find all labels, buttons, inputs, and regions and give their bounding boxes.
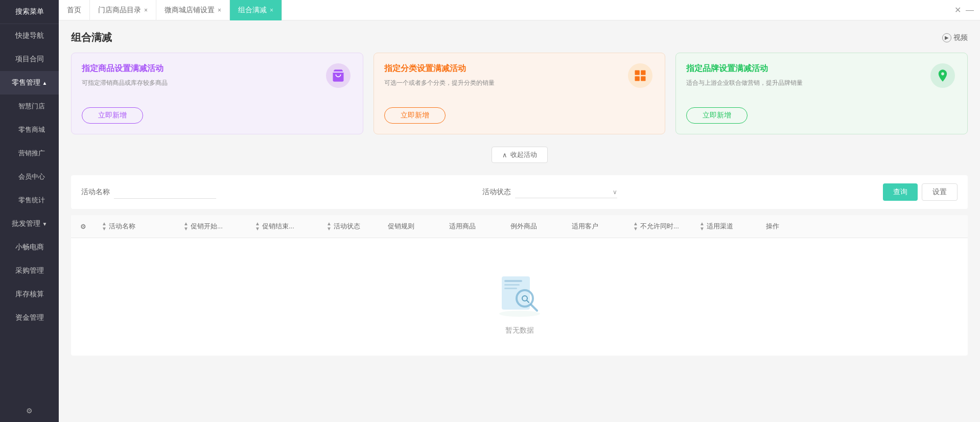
svg-rect-4: [641, 76, 646, 81]
sidebar-item-wholesale-mgmt[interactable]: 批发管理 ▼: [0, 212, 59, 236]
settings-icon-bottom[interactable]: ⚙: [0, 400, 59, 422]
svg-rect-8: [504, 284, 520, 286]
empty-text: 暂无数据: [505, 326, 534, 335]
sidebar-item-marketing[interactable]: 营销推广: [0, 142, 59, 165]
activity-card-category: 指定分类设置满减活动 可选一个或者多个分类，提升分类的销量 立即新增: [374, 53, 666, 134]
th-activity-name[interactable]: ▲▼ 活动名称: [96, 221, 177, 231]
collapse-bar: ∧ 收起活动: [71, 143, 968, 167]
sidebar-item-retail-mall[interactable]: 零售商城: [0, 118, 59, 142]
sidebar-item-smart-store[interactable]: 智慧门店: [0, 95, 59, 118]
card-brand-title: 指定品牌设置满减活动: [686, 63, 957, 74]
svg-rect-2: [641, 71, 646, 75]
empty-illustration: [489, 269, 550, 320]
sort-icon: ▲▼: [255, 221, 260, 231]
tab-home[interactable]: 首页: [59, 0, 90, 20]
collapse-button[interactable]: ∧ 收起活动: [492, 147, 548, 163]
close-icon-combo-discount[interactable]: ×: [270, 7, 273, 14]
tabbar: 首页 门店商品目录 × 微商城店铺设置 × 组合满减 × ✕ —: [59, 0, 980, 20]
svg-line-12: [531, 304, 537, 311]
close-icon-store-catalog[interactable]: ×: [144, 7, 148, 14]
chevron-down-icon: ▼: [42, 221, 48, 227]
sidebar-item-retail-stats[interactable]: 零售统计: [0, 189, 59, 212]
card-product-title: 指定商品设置满减活动: [82, 63, 353, 74]
svg-rect-3: [635, 76, 640, 81]
svg-rect-9: [504, 288, 517, 289]
th-no-allow-concurrent[interactable]: ▲▼ 不允许同时...: [627, 221, 693, 231]
sort-icon: ▲▼: [102, 221, 107, 231]
card-product-add-button[interactable]: 立即新增: [82, 107, 143, 124]
card-product-desc: 可指定滞销商品或库存较多商品: [82, 78, 353, 88]
card-brand-add-button[interactable]: 立即新增: [686, 107, 748, 124]
close-icon-wechat-store-settings[interactable]: ×: [218, 7, 221, 14]
th-applicable-channel[interactable]: ▲▼ 适用渠道: [693, 221, 760, 231]
th-applicable-customer: 适用客户: [566, 222, 627, 231]
tab-wechat-store-settings[interactable]: 微商城店铺设置 ×: [156, 0, 230, 20]
search-field-activity-name: 活动名称: [81, 186, 474, 199]
card-category-icon: [628, 63, 652, 88]
th-promo-rule: 促销规则: [382, 222, 443, 231]
sidebar-item-member-center[interactable]: 会员中心: [0, 165, 59, 189]
sort-icon: ▲▼: [699, 221, 705, 231]
sidebar-item-purchase-mgmt[interactable]: 采购管理: [0, 259, 59, 283]
sidebar-item-funds-mgmt[interactable]: 资金管理: [0, 306, 59, 330]
window-close-button[interactable]: ✕: [953, 6, 962, 14]
activity-name-label: 活动名称: [81, 187, 110, 197]
card-category-add-button[interactable]: 立即新增: [384, 107, 446, 124]
sidebar-item-project-contract[interactable]: 项目合同: [0, 48, 59, 71]
activity-card-brand: 指定品牌设置满减活动 适合与上游企业联合做营销，提升品牌销量 立即新增: [675, 53, 968, 134]
tab-store-catalog[interactable]: 门店商品目录 ×: [90, 0, 156, 20]
sidebar-item-retail-mgmt[interactable]: 零售管理 ▲: [0, 71, 59, 95]
activity-status-select[interactable]: ∨: [515, 186, 617, 198]
play-icon: ▶: [942, 33, 951, 42]
page-title: 组合满减: [71, 31, 112, 44]
page-header: 组合满减 ▶ 视频: [71, 31, 968, 44]
data-table: ⚙ ▲▼ 活动名称 ▲▼ 促销开始... ▲▼ 促销结束... ▲▼ 活动状态: [71, 215, 968, 356]
search-actions: 查询 设置: [883, 183, 958, 201]
sidebar-search[interactable]: 搜索菜单: [0, 0, 59, 24]
sort-icon: ▲▼: [326, 221, 332, 231]
svg-rect-1: [635, 71, 640, 75]
window-minimize-button[interactable]: —: [966, 6, 974, 14]
th-activity-status[interactable]: ▲▼ 活动状态: [320, 221, 382, 231]
svg-point-5: [499, 311, 540, 317]
settings-icon: ⚙: [80, 223, 86, 230]
window-controls: ✕ —: [947, 6, 980, 14]
video-link[interactable]: ▶ 视频: [942, 33, 968, 42]
th-action: 操作: [760, 222, 968, 231]
sort-icon: ▲▼: [183, 221, 189, 231]
card-product-icon: [326, 63, 351, 88]
th-applicable-goods: 适用商品: [443, 222, 504, 231]
activity-name-input[interactable]: [114, 186, 216, 199]
sidebar-item-inventory-calc[interactable]: 库存核算: [0, 283, 59, 306]
chevron-down-icon: ∨: [613, 189, 617, 196]
sort-icon: ▲▼: [633, 221, 638, 231]
main-area: 首页 门店商品目录 × 微商城店铺设置 × 组合满减 × ✕ — 组合满减 ▶ …: [59, 0, 980, 422]
sidebar-item-xiaochangec[interactable]: 小畅电商: [0, 236, 59, 259]
card-brand-icon: [930, 63, 955, 88]
tab-combo-discount[interactable]: 组合满减 ×: [230, 0, 282, 20]
empty-state: 暂无数据: [71, 238, 968, 356]
th-settings[interactable]: ⚙: [71, 223, 96, 230]
settings-button[interactable]: 设置: [922, 183, 958, 201]
th-except-goods: 例外商品: [504, 222, 566, 231]
chevron-up-icon: ∧: [502, 151, 507, 159]
query-button[interactable]: 查询: [883, 183, 918, 201]
content-area: 组合满减 ▶ 视频 指定商品设置满减活动 可指定滞销商品或库存较多商品: [59, 20, 980, 422]
sidebar-item-quick-nav[interactable]: 快捷导航: [0, 24, 59, 48]
card-brand-desc: 适合与上游企业联合做营销，提升品牌销量: [686, 78, 957, 88]
chevron-up-icon: ▲: [42, 80, 48, 86]
activity-status-label: 活动状态: [482, 187, 511, 197]
th-promo-start[interactable]: ▲▼ 促销开始...: [177, 221, 249, 231]
sidebar: 搜索菜单 快捷导航 项目合同 零售管理 ▲ 智慧门店 零售商城 营销推广 会员中…: [0, 0, 59, 422]
svg-rect-7: [504, 280, 522, 282]
card-category-title: 指定分类设置满减活动: [384, 63, 655, 74]
activity-card-product: 指定商品设置满减活动 可指定滞销商品或库存较多商品 立即新增: [71, 53, 363, 134]
search-bar: 活动名称 活动状态 ∨ 查询 设置: [71, 175, 968, 209]
th-promo-end[interactable]: ▲▼ 促销结束...: [249, 221, 320, 231]
card-category-desc: 可选一个或者多个分类，提升分类的销量: [384, 78, 655, 88]
activity-cards-row: 指定商品设置满减活动 可指定滞销商品或库存较多商品 立即新增 指定分类设置满减活…: [71, 53, 968, 134]
search-field-activity-status: 活动状态 ∨: [482, 186, 875, 198]
table-header: ⚙ ▲▼ 活动名称 ▲▼ 促销开始... ▲▼ 促销结束... ▲▼ 活动状态: [71, 215, 968, 238]
